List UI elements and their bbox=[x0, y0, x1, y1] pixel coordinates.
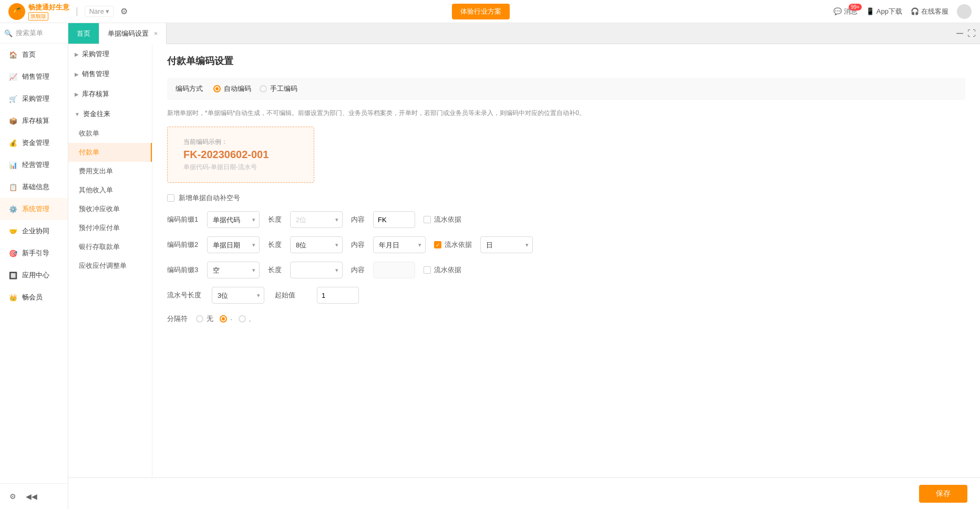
top-bar: 🍊 畅捷通好生意 旗舰版 | Nare ▾ ⚙ 体验行业方案 💬 消息 99+ … bbox=[0, 0, 980, 23]
sidebar-item-system[interactable]: ⚙️ 系统管理 bbox=[0, 198, 68, 220]
auto-fill-row: 新增单据自动补空号 bbox=[167, 193, 965, 203]
sub-nav-header-inventory[interactable]: ▶ 库存核算 bbox=[68, 84, 152, 104]
sidebar-item-vip[interactable]: 👑 畅会员 bbox=[0, 286, 68, 308]
collapse-icon[interactable]: ◀◀ bbox=[24, 489, 39, 504]
tab-close-btn[interactable]: × bbox=[154, 30, 158, 37]
sub-nav-item-feiyong[interactable]: 费用支出单 bbox=[68, 162, 152, 181]
sidebar-item-base[interactable]: 📋 基础信息 bbox=[0, 176, 68, 198]
experience-btn[interactable]: 体验行业方案 bbox=[452, 4, 510, 19]
water2-checkbox[interactable]: ✓ bbox=[434, 241, 441, 248]
length3-select-wrapper bbox=[290, 262, 343, 278]
sidebar-item-appcenter[interactable]: 🔲 应用中心 bbox=[0, 264, 68, 286]
settings-icon[interactable]: ⚙ bbox=[120, 6, 128, 16]
length3-select[interactable] bbox=[290, 262, 343, 278]
workspace-selector[interactable]: Nare ▾ bbox=[85, 6, 115, 17]
sub-nav-item-yufuying[interactable]: 预付冲应付单 bbox=[68, 219, 152, 237]
unit2-select[interactable]: 日 bbox=[480, 236, 533, 253]
sep-dot-radio[interactable]: . bbox=[239, 315, 251, 323]
sep-none-radio[interactable]: 无 bbox=[196, 314, 213, 324]
content3-label: 内容 bbox=[351, 265, 365, 275]
prefix3-select-wrapper: 空 bbox=[207, 262, 260, 278]
water3-chk: 流水依据 bbox=[424, 265, 461, 275]
content2-select[interactable]: 年月日 bbox=[373, 236, 426, 253]
water3-checkbox[interactable] bbox=[424, 266, 431, 274]
sep-label: 分隔符 bbox=[167, 314, 188, 324]
length3-label: 长度 bbox=[268, 265, 282, 275]
purchase-icon: 🛒 bbox=[8, 94, 18, 103]
sub-nav-item-yingshou[interactable]: 应收应付调整单 bbox=[68, 256, 152, 275]
arrow-right-icon3: ▶ bbox=[75, 91, 79, 97]
sub-nav-header-sales[interactable]: ▶ 销售管理 bbox=[68, 64, 152, 84]
sub-nav-item-qitashouru[interactable]: 其他收入单 bbox=[68, 181, 152, 200]
sidebar-bottom: ⚙ ◀◀ bbox=[0, 483, 68, 509]
sub-nav-header-purchase[interactable]: ▶ 采购管理 bbox=[68, 44, 152, 64]
auto-fill-label: 新增单据自动补空号 bbox=[179, 193, 240, 203]
sidebar-item-purchase[interactable]: 🛒 采购管理 bbox=[0, 88, 68, 110]
sub-nav-item-fukuan[interactable]: 付款单 bbox=[68, 143, 152, 162]
content3-input[interactable] bbox=[373, 262, 415, 278]
sub-nav: ▶ 采购管理 ▶ 销售管理 ▶ 库存核算 bbox=[68, 44, 152, 477]
sidebar-item-finance[interactable]: 💰 资金管理 bbox=[0, 132, 68, 154]
sep-dot-dot bbox=[239, 315, 246, 323]
user-avatar[interactable] bbox=[957, 4, 972, 19]
length1-select[interactable]: 2位 bbox=[290, 211, 343, 228]
sidebar-item-home[interactable]: 🏠 首页 bbox=[0, 44, 68, 66]
prefix1-select[interactable]: 单据代码 bbox=[207, 211, 260, 228]
sub-nav-header-finance[interactable]: ▼ 资金往来 bbox=[68, 104, 152, 124]
tab-maximize-icon[interactable]: ⛶ bbox=[967, 29, 976, 38]
tab-bar: 首页 单据编码设置 × ─ ⛶ bbox=[68, 23, 980, 44]
online-service-btn[interactable]: 🎧 在线客服 bbox=[911, 7, 948, 16]
sidebar-item-operation[interactable]: 📊 经营管理 bbox=[0, 154, 68, 176]
content2-select-wrapper: 年月日 bbox=[373, 236, 426, 253]
prefix3-select[interactable]: 空 bbox=[207, 262, 260, 278]
sidebar-item-sales[interactable]: 📈 销售管理 bbox=[0, 66, 68, 88]
prefix2-label: 编码前缀2 bbox=[167, 240, 199, 250]
length2-select[interactable]: 8位 bbox=[290, 236, 343, 253]
prefix1-row: 编码前缀1 单据代码 长度 2位 内容 bbox=[167, 211, 965, 228]
water1-checkbox[interactable] bbox=[424, 216, 431, 223]
sep-options: 无 · . bbox=[196, 314, 251, 324]
sidebar-item-newguide[interactable]: 🎯 新手引导 bbox=[0, 242, 68, 264]
tab-encode-setting[interactable]: 单据编码设置 × bbox=[99, 23, 167, 44]
app-download-btn[interactable]: 📱 App下载 bbox=[866, 7, 902, 16]
sub-nav-group-purchase: ▶ 采购管理 bbox=[68, 44, 152, 64]
form-area: 付款单编码设置 编码方式 自动编码 手工编码 bbox=[152, 44, 980, 477]
settings-bottom-icon[interactable]: ⚙ bbox=[5, 489, 20, 504]
sub-nav-group-inventory: ▶ 库存核算 bbox=[68, 84, 152, 104]
start-val-input[interactable] bbox=[317, 287, 359, 304]
encode-manual-radio[interactable]: 手工编码 bbox=[260, 84, 297, 94]
prefix1-label: 编码前缀1 bbox=[167, 215, 199, 224]
serial-len-select[interactable]: 3位 bbox=[212, 287, 264, 304]
water2-chk: ✓ 流水依据 bbox=[434, 240, 472, 250]
message-count: 99+ bbox=[849, 4, 862, 11]
sep-row: 分隔符 无 · . bbox=[167, 314, 965, 324]
tab-controls: ─ ⛶ bbox=[952, 23, 980, 44]
serial-len-select-wrapper: 3位 bbox=[212, 287, 264, 304]
sidebar-item-cooperation[interactable]: 🤝 企业协同 bbox=[0, 220, 68, 242]
prefix2-select-wrapper: 单据日期 bbox=[207, 236, 260, 253]
home-icon: 🏠 bbox=[8, 50, 18, 59]
sub-nav-item-yinhang[interactable]: 银行存取款单 bbox=[68, 237, 152, 256]
length1-label: 长度 bbox=[268, 215, 282, 224]
save-button[interactable]: 保存 bbox=[919, 485, 967, 503]
tab-minimize-icon[interactable]: ─ bbox=[956, 28, 963, 39]
sep-dash-radio[interactable]: · bbox=[220, 315, 232, 323]
sub-nav-item-shoukuan[interactable]: 收款单 bbox=[68, 124, 152, 143]
content1-input[interactable] bbox=[373, 211, 415, 228]
encode-auto-radio[interactable]: 自动编码 bbox=[213, 84, 251, 94]
search-menu-btn[interactable]: 🔍 搜索菜单 bbox=[0, 23, 68, 44]
vip-icon: 👑 bbox=[8, 293, 18, 302]
prefix2-select[interactable]: 单据日期 bbox=[207, 236, 260, 253]
page-title: 付款单编码设置 bbox=[167, 55, 965, 67]
tab-home[interactable]: 首页 bbox=[68, 23, 99, 44]
sub-nav-item-yushouying[interactable]: 预收冲应收单 bbox=[68, 200, 152, 219]
encode-radio-group: 自动编码 手工编码 bbox=[213, 84, 297, 94]
content2-label: 内容 bbox=[351, 240, 365, 250]
operation-icon: 📊 bbox=[8, 160, 18, 170]
sidebar-item-inventory[interactable]: 📦 库存核算 bbox=[0, 110, 68, 132]
auto-fill-checkbox[interactable] bbox=[167, 194, 174, 202]
manual-radio-dot bbox=[260, 85, 267, 92]
message-btn[interactable]: 💬 消息 99+ bbox=[833, 7, 858, 16]
unit2-select-wrapper: 日 bbox=[480, 236, 533, 253]
sub-nav-group-sales: ▶ 销售管理 bbox=[68, 64, 152, 84]
